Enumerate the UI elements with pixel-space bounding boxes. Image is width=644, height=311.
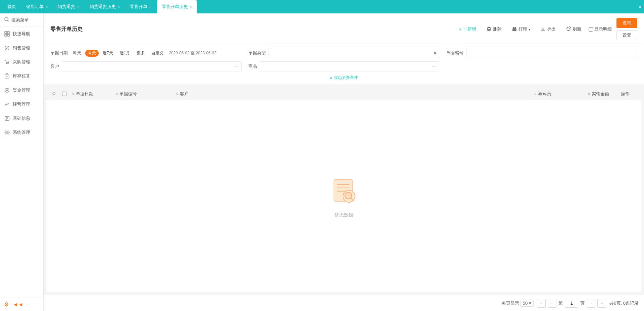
svg-point-16 — [6, 132, 8, 134]
first-page-btn[interactable]: « — [537, 299, 546, 308]
svg-point-29 — [345, 192, 352, 199]
tab-home[interactable]: 首页 — [3, 0, 21, 13]
customer-filter-label: 客户 — [50, 63, 59, 69]
tab-retail-open[interactable]: 零售开单 × — [125, 0, 156, 13]
sidebar-item-quick-nav[interactable]: 快捷导航 — [0, 27, 43, 41]
filter-num: 单据编号 — [446, 48, 637, 58]
th-date[interactable]: ⇅ 单据日期 — [69, 91, 113, 97]
page-number-input[interactable] — [565, 299, 578, 308]
svg-point-0 — [5, 17, 8, 21]
toolbar: ＋ + 新增 删除 — [455, 18, 637, 40]
export-icon — [540, 26, 546, 33]
select-all-checkbox[interactable] — [59, 92, 69, 96]
new-button[interactable]: ＋ + 新增 — [455, 25, 479, 34]
svg-point-8 — [8, 63, 8, 64]
sort-amount-icon: ⇅ — [588, 92, 590, 96]
page-header: 零售开单历史 ＋ + 新增 — [44, 13, 644, 44]
show-detail-check[interactable] — [589, 27, 593, 32]
show-detail-checkbox[interactable]: 显示明细 — [589, 26, 612, 32]
tab-retail-history[interactable]: 零售开单历史 × — [157, 0, 197, 13]
num-input[interactable] — [466, 48, 637, 58]
print-button[interactable]: 打印 ▾ — [509, 25, 533, 34]
system-icon — [4, 129, 10, 136]
per-page-select[interactable]: 50 ▾ — [521, 300, 534, 307]
date-opt-1month[interactable]: 近1月 — [117, 50, 133, 57]
tab-sales-return[interactable]: 销货退货 × — [53, 0, 84, 13]
sidebar-item-base-info[interactable]: 基础信息 — [0, 111, 43, 125]
customer-select[interactable]: ··· — [62, 61, 242, 71]
th-guide[interactable]: ⇅ 导购员 — [531, 91, 572, 97]
collapse-filter-btn[interactable]: ∧ 收起更多条件 — [50, 75, 637, 81]
th-amount[interactable]: ⇅ 实销金额 — [572, 91, 612, 97]
filter-product: 商品 ··· — [248, 61, 440, 71]
sidebar-search[interactable]: 搜索菜单 — [0, 13, 43, 27]
sidebar: 搜索菜单 快捷导航 销售管理 — [0, 13, 44, 311]
th-num[interactable]: ⇅ 单据编号 — [113, 91, 173, 97]
per-page-dropdown-icon: ▾ — [529, 301, 531, 306]
filter-area: 单据日期 昨天 今天 近7天 近1月 更多 自定义 2023-06-02 至 2… — [44, 44, 644, 85]
filter-customer: 客户 ··· — [50, 61, 242, 71]
svg-rect-4 — [5, 34, 7, 36]
filter-type: 单据类型 ▾ — [248, 48, 440, 58]
close-tab-sales-return[interactable]: × — [77, 5, 79, 9]
empty-state: 暂无数据 — [46, 100, 641, 292]
delete-button[interactable]: 删除 — [484, 25, 504, 34]
type-select[interactable]: ▾ — [268, 48, 440, 58]
tab-sales-return-history[interactable]: 销货退货历史 × — [85, 0, 125, 13]
date-opt-custom[interactable]: 自定义 — [149, 50, 166, 57]
table-area: ⚙ ⇅ 单据日期 ⇅ 单据编号 ⇅ 客户 ⇅ 导购员 — [46, 88, 641, 292]
sort-date-icon: ⇅ — [72, 92, 75, 96]
sidebar-item-sys-mgmt[interactable]: 系统管理 — [0, 125, 43, 140]
date-opt-today[interactable]: 今天 — [85, 50, 99, 57]
filter-row-1: 单据日期 昨天 今天 近7天 近1月 更多 自定义 2023-06-02 至 2… — [50, 48, 637, 58]
delete-icon — [486, 26, 492, 33]
page-title: 零售开单历史 — [50, 26, 83, 33]
date-opt-more[interactable]: 更多 — [134, 50, 147, 57]
pagination: 每页显示 50 ▾ « ‹ 第 页 › » 共0页, 0条记录 — [44, 295, 644, 311]
next-page-btn[interactable]: › — [587, 299, 595, 308]
sidebar-item-finance[interactable]: 资金管理 — [0, 83, 43, 97]
sidebar-item-purchase-mgmt[interactable]: 采购管理 — [0, 55, 43, 69]
close-tab-retail-history[interactable]: × — [190, 5, 192, 9]
total-records: 共0页, 0条记录 — [609, 300, 639, 306]
settings-gear-icon[interactable]: ⚙ — [4, 301, 9, 308]
sort-num-icon: ⇅ — [115, 92, 118, 96]
content-area: 零售开单历史 ＋ + 新增 — [44, 13, 644, 311]
last-page-btn[interactable]: » — [597, 299, 606, 308]
new-icon: ＋ — [458, 26, 462, 32]
close-tab-retail-open[interactable]: × — [149, 5, 151, 9]
filter-date: 单据日期 昨天 今天 近7天 近1月 更多 自定义 2023-06-02 至 2… — [50, 50, 242, 57]
print-dropdown-icon[interactable]: ▾ — [529, 28, 530, 31]
sidebar-item-inventory[interactable]: 库存核算 — [0, 69, 43, 83]
close-tab-sales-return-history[interactable]: × — [118, 5, 120, 9]
inventory-icon — [4, 73, 10, 79]
nav-icon — [4, 31, 10, 37]
type-filter-label: 单据类型 — [248, 50, 266, 56]
search-icon — [4, 17, 9, 23]
sidebar-item-sales-mgmt[interactable]: 销售管理 — [0, 41, 43, 55]
empty-text: 暂无数据 — [335, 212, 353, 218]
product-select[interactable]: ··· — [260, 61, 440, 71]
sidebar-item-operations[interactable]: 经营管理 — [0, 97, 43, 111]
export-button[interactable]: 导出 — [538, 25, 558, 34]
svg-point-7 — [6, 63, 7, 64]
settings-button[interactable]: 设置 — [616, 30, 637, 40]
date-opt-yesterday[interactable]: 昨天 — [70, 50, 84, 57]
close-tab-sales-order[interactable]: × — [46, 5, 48, 9]
svg-rect-3 — [7, 32, 9, 34]
tab-sales-order[interactable]: 销售订单 × — [21, 0, 52, 13]
date-opt-7days[interactable]: 近7天 — [100, 50, 116, 57]
query-button[interactable]: 查询 — [616, 18, 637, 28]
svg-line-1 — [8, 20, 9, 21]
close-all-btn[interactable]: × — [639, 4, 641, 9]
sidebar-bottom: ⚙ ◄◄ — [0, 298, 43, 311]
print-icon — [512, 26, 517, 33]
column-settings-icon[interactable]: ⚙ — [49, 91, 59, 96]
collapse-sidebar-icon[interactable]: ◄◄ — [13, 302, 23, 308]
base-info-icon — [4, 115, 10, 121]
svg-rect-17 — [488, 28, 490, 31]
refresh-button[interactable]: 刷新 — [563, 25, 584, 34]
prev-page-btn[interactable]: ‹ — [548, 299, 556, 308]
svg-rect-9 — [5, 75, 9, 78]
th-customer[interactable]: ⇅ 客户 — [173, 91, 531, 97]
